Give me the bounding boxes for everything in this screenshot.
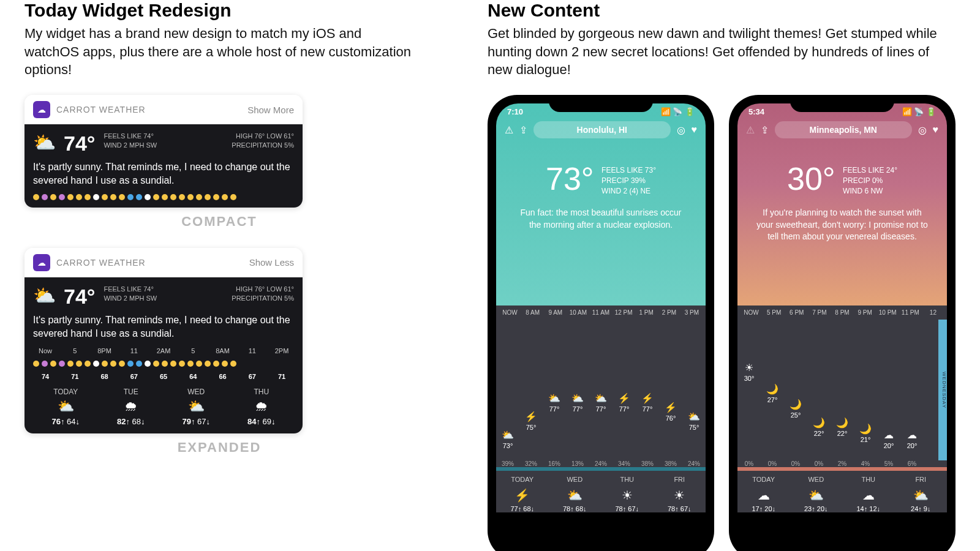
hour-label: 10 AM [567, 309, 589, 316]
hour-label: 10 PM [876, 309, 899, 316]
hourly-item: ⚡76° [659, 320, 682, 460]
hourly-item: 🌙22° [807, 320, 831, 460]
daily-item: THU🌧84↑ 69↓ [229, 388, 295, 426]
hour-dot [230, 361, 236, 367]
right-lead: Get blinded by gorgeous new dawn and twi… [488, 24, 956, 79]
alert-icon[interactable]: ⚠ [505, 124, 513, 136]
precip-pct: 38% [636, 460, 659, 467]
daily-item: WED⛅79↑ 67↓ [164, 388, 229, 426]
hour-label: 5 PM [763, 309, 785, 316]
hourly-item: ⛅77° [543, 320, 566, 460]
hour-temp: 67 [122, 373, 146, 380]
current-temp: 74° [64, 132, 95, 156]
precip: PRECIPITATION 5% [232, 141, 294, 150]
status-time: 5:34 [748, 107, 764, 116]
expanded-caption: EXPANDED [24, 440, 414, 455]
precip-pct: 0% [784, 460, 807, 467]
daily-temp: 78↑ 67↓ [601, 505, 654, 512]
hourly-item: 🌙21° [854, 320, 877, 460]
hour-dots [33, 361, 294, 367]
left-lead: My widget has a brand new design to matc… [24, 24, 414, 79]
show-less-button[interactable]: Show Less [249, 257, 294, 268]
daily-temp: 17↑ 20↓ [737, 505, 790, 512]
partly-sunny-icon: ⛅ [33, 132, 58, 153]
hour-label: NOW [740, 309, 763, 316]
daily-icon: ☀ [601, 488, 654, 503]
expanded-widget: ☁ CARROT WEATHER Show Less ⛅ 74° FEELS L… [24, 248, 303, 433]
hour-labels: NOW5 PM6 PM7 PM8 PM9 PM10 PM11 PM12 [737, 305, 947, 320]
wind: WIND 2 MPH SW [104, 294, 157, 303]
hour-temp: 64 [181, 373, 205, 380]
hour-dot [42, 361, 48, 367]
hour-temp: 67 [240, 373, 265, 380]
hour-dot [136, 361, 142, 367]
hour-dot [85, 361, 91, 367]
share-icon[interactable]: ⇪ [761, 124, 769, 136]
hourly-item: ☀30° [737, 320, 761, 460]
hour-dot [162, 194, 168, 200]
hour-label: NOW [499, 309, 521, 316]
daily-labels: TODAYWEDTHUFRI [496, 471, 706, 488]
hour-dot [222, 194, 228, 200]
hour-label: 8AM [211, 347, 235, 354]
target-icon[interactable]: ◎ [918, 124, 927, 136]
hour-dot [230, 194, 236, 200]
hour-dot [93, 194, 99, 200]
hour-dot [196, 361, 202, 367]
heart-icon[interactable]: ♥ [692, 124, 698, 135]
hour-temp: 74 [33, 373, 58, 380]
hour-label: 8 AM [521, 309, 544, 316]
hourly-forecast[interactable]: ⛅73°⚡75°⛅77°⛅77°⛅77°⚡77°⚡77°⚡76°⛅75° [496, 320, 706, 460]
hour-dots [33, 194, 294, 200]
precip-pct: 38% [659, 460, 682, 467]
hour-label: 12 PM [612, 309, 635, 316]
share-icon[interactable]: ⇪ [519, 124, 527, 136]
feels-like: FEELS LIKE 73° [601, 165, 656, 176]
hour-label: 12 [922, 309, 944, 316]
wind: WIND 2 (4) NE [601, 186, 656, 197]
hour-dot [76, 194, 82, 200]
heart-icon[interactable]: ♥ [933, 124, 939, 135]
daily-label: THU [601, 476, 654, 483]
hourly-forecast[interactable]: WEDNESDAY ☀30°🌙27°🌙25°🌙22°🌙22°🌙21°☁20°☁2… [737, 320, 947, 460]
precip-row: 0%0%0%0%2%4%5%6% [737, 460, 947, 467]
hour-label: 3 PM [680, 309, 703, 316]
daily-label: TODAY [496, 476, 549, 483]
hourly-item: ⛅75° [682, 320, 706, 460]
status-time: 7:10 [507, 107, 523, 116]
wind: WIND 6 NW [843, 186, 897, 197]
hour-labels: NOW8 AM9 AM10 AM11 AM12 PM1 PM2 PM3 PM [496, 305, 706, 320]
hour-dot [67, 194, 74, 200]
wind: WIND 2 MPH SW [104, 141, 157, 150]
location-pill[interactable]: Honolulu, HI [533, 121, 671, 138]
show-more-button[interactable]: Show More [247, 105, 294, 115]
hour-dot [33, 194, 39, 200]
left-heading: Today Widget Redesign [24, 0, 414, 21]
target-icon[interactable]: ◎ [677, 124, 685, 136]
snark-text: It's partly sunny. That reminds me, I ne… [33, 160, 294, 188]
hour-dot [59, 194, 65, 200]
hour-dot [145, 194, 151, 200]
hour-label: 2PM [270, 347, 294, 354]
daily-item: TUE🌧82↑ 68↓ [99, 388, 164, 426]
daily-label: FRI [895, 476, 948, 483]
precip: PRECIPITATION 5% [232, 294, 294, 303]
hourly-item: ⚡75° [519, 320, 543, 460]
feels-like: FEELS LIKE 74° [104, 132, 157, 141]
hour-dot [102, 361, 108, 367]
alert-icon[interactable]: ⚠ [746, 124, 755, 136]
hour-dot [153, 361, 159, 367]
phone-minneapolis: 5:34📶 📡 🔋 ⚠ ⇪ Minneapolis, MN ◎ ♥ 30° FE… [729, 95, 956, 551]
location-pill[interactable]: Minneapolis, MN [775, 121, 912, 138]
daily-label: WED [549, 476, 601, 483]
hour-dot [59, 361, 65, 367]
precip-pct: 34% [612, 460, 636, 467]
hour-label: 11 [122, 347, 146, 354]
daily-icons: ☁⛅☁⛅ [737, 488, 947, 503]
compact-widget: ☁ CARROT WEATHER Show More ⛅ 74° FEELS L… [24, 95, 303, 208]
daily-label: FRI [654, 476, 706, 483]
daily-icon: ⛅ [895, 488, 948, 503]
precip-pct: 0% [761, 460, 784, 467]
daily-labels: TODAYWEDTHUFRI [737, 471, 947, 488]
daily-icon: ☀ [654, 488, 706, 503]
